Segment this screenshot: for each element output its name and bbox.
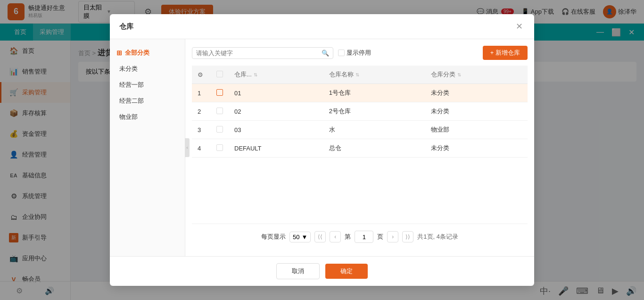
table-container: ⚙ 仓库... ⇅: [192, 66, 528, 224]
first-page-button[interactable]: ⟨⟨: [314, 231, 326, 242]
per-page-select[interactable]: 50 ▼: [289, 232, 311, 242]
th-category: 仓库分类 ⇅: [425, 66, 528, 84]
show-disabled-checkbox[interactable]: [338, 50, 345, 56]
table-row[interactable]: 1 01 1号仓库 未分类: [192, 84, 528, 102]
add-warehouse-button[interactable]: + 新增仓库: [483, 46, 528, 60]
all-category-item[interactable]: ⊞ 全部分类: [110, 45, 185, 61]
settings-icon: ⚙: [198, 71, 203, 78]
page-label: 第: [345, 233, 351, 241]
cell-category: 物业部: [425, 121, 528, 139]
cell-category: 未分类: [425, 84, 528, 102]
sort-name-icon: ⇅: [355, 72, 359, 77]
all-category-label: 全部分类: [125, 49, 149, 57]
modal-overlay: 仓库 ✕ ⊞ 全部分类 未分类 经营一部 经营二部 物业部 ‹: [0, 0, 644, 300]
cell-checkbox[interactable]: [211, 102, 229, 121]
page-input[interactable]: [355, 231, 373, 243]
th-name: 仓库名称 ⇅: [323, 66, 426, 84]
cat-item-ops2[interactable]: 经营二部: [110, 93, 185, 109]
th-checkbox: [211, 66, 229, 84]
modal-category-sidebar: ⊞ 全部分类 未分类 经营一部 经营二部 物业部 ‹: [110, 39, 185, 256]
per-page-label: 每页显示: [261, 233, 286, 241]
page-unit: 页: [377, 233, 383, 241]
show-disabled-toggle[interactable]: 显示停用: [338, 49, 371, 57]
cell-name: 1号仓库: [323, 84, 426, 102]
table-row[interactable]: 4 DEFAULT 总仓 未分类: [192, 139, 528, 158]
per-page-value: 50: [293, 233, 299, 241]
search-box: 🔍: [192, 47, 333, 59]
last-page-button[interactable]: ⟩⟩: [402, 231, 413, 242]
table-row[interactable]: 3 03 水 物业部: [192, 121, 528, 139]
sort-category[interactable]: 仓库分类 ⇅: [431, 70, 522, 79]
show-disabled-label: 显示停用: [347, 49, 371, 57]
sort-category-icon: ⇅: [457, 72, 461, 77]
cell-checkbox[interactable]: [211, 121, 229, 139]
total-info: 共1页, 4条记录: [417, 233, 458, 241]
search-input[interactable]: [196, 50, 322, 57]
prev-page-button[interactable]: ‹: [330, 231, 341, 242]
th-code: 仓库... ⇅: [229, 66, 323, 84]
cat-item-property[interactable]: 物业部: [110, 109, 185, 125]
cell-name: 2号仓库: [323, 102, 426, 121]
cell-name: 水: [323, 121, 426, 139]
cat-item-unclassified[interactable]: 未分类: [110, 61, 185, 77]
confirm-button[interactable]: 确定: [325, 264, 368, 279]
modal-header: 仓库 ✕: [110, 14, 534, 39]
warehouse-modal: 仓库 ✕ ⊞ 全部分类 未分类 经营一部 经营二部 物业部 ‹: [110, 14, 534, 286]
search-icon[interactable]: 🔍: [322, 50, 329, 57]
cell-no: 2: [192, 102, 211, 121]
warehouse-table: ⚙ 仓库... ⇅: [192, 66, 528, 158]
modal-close-button[interactable]: ✕: [513, 21, 525, 32]
cell-code: 03: [229, 121, 323, 139]
sort-name[interactable]: 仓库名称 ⇅: [329, 70, 420, 79]
cell-name: 总仓: [323, 139, 426, 158]
cell-category: 未分类: [425, 139, 528, 158]
modal-footer: 取消 确定: [110, 256, 534, 286]
grid-icon: ⊞: [116, 49, 122, 57]
cell-checkbox[interactable]: [211, 84, 229, 102]
pagination: 每页显示 50 ▼ ⟨⟨ ‹ 第 页 › ⟩⟩ 共1页, 4条记录: [192, 224, 528, 250]
cell-checkbox[interactable]: [211, 139, 229, 158]
cell-no: 1: [192, 84, 211, 102]
modal-title: 仓库: [119, 22, 513, 31]
cell-code: 01: [229, 84, 323, 102]
cell-code: 02: [229, 102, 323, 121]
table-row[interactable]: 2 02 2号仓库 未分类: [192, 102, 528, 121]
cell-no: 3: [192, 121, 211, 139]
cat-item-ops1[interactable]: 经营一部: [110, 77, 185, 93]
next-page-button[interactable]: ›: [387, 231, 398, 242]
sort-code-icon: ⇅: [254, 72, 257, 77]
cell-category: 未分类: [425, 102, 528, 121]
cell-code: DEFAULT: [229, 139, 323, 158]
sidebar-collapse-button[interactable]: ‹: [185, 138, 190, 157]
collapse-icon: ‹: [187, 145, 188, 150]
modal-main-area: 🔍 显示停用 + 新增仓库 ⚙: [185, 39, 534, 256]
cell-no: 4: [192, 139, 211, 158]
cancel-button[interactable]: 取消: [276, 263, 320, 279]
modal-body: ⊞ 全部分类 未分类 经营一部 经营二部 物业部 ‹ 🔍: [110, 39, 534, 256]
modal-toolbar: 🔍 显示停用 + 新增仓库: [192, 46, 528, 60]
th-settings: ⚙: [192, 66, 211, 84]
per-page-arrow: ▼: [301, 233, 307, 241]
header-checkbox[interactable]: [216, 71, 223, 77]
sort-code[interactable]: 仓库... ⇅: [234, 70, 318, 79]
table-header-row: ⚙ 仓库... ⇅: [192, 66, 528, 84]
